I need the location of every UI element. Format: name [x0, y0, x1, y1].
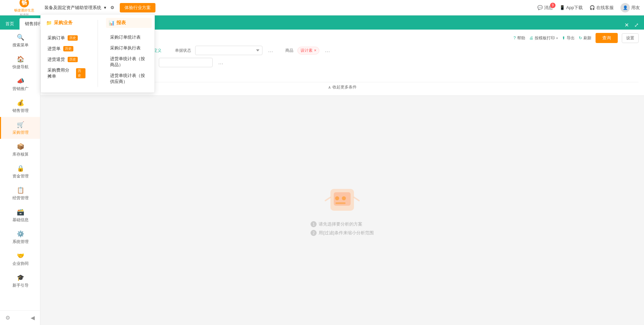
- sidebar-item-guide[interactable]: 🎓 新手引导: [0, 270, 40, 292]
- dropdown-item-inbound-return[interactable]: 进货退货 历史: [46, 54, 87, 65]
- help-icon: ?: [513, 36, 516, 40]
- window-maximize-icon[interactable]: ⤢: [633, 21, 640, 30]
- print-label: 按模板打印: [535, 35, 555, 41]
- sidebar-item-quicknav[interactable]: 🏠 快捷导航: [0, 51, 40, 73]
- title-dropdown-icon[interactable]: ▾: [104, 5, 106, 10]
- svg-point-3: [342, 196, 346, 200]
- report-1-label: 采购订单统计表: [110, 34, 141, 40]
- inbound-return-history: 历史: [68, 57, 78, 62]
- export-btn[interactable]: ⬆ 导出: [562, 35, 575, 41]
- user-label: 用友: [631, 5, 640, 11]
- hint2-text: 用[过滤]条件来缩小分析范围: [319, 230, 373, 236]
- query-button[interactable]: 查询: [596, 33, 618, 43]
- message-icon: 💬: [537, 5, 543, 10]
- sidebar-label-search: 搜索菜单: [12, 42, 29, 48]
- report-col-title: 📊 报表: [106, 18, 152, 28]
- dropdown-item-inbound[interactable]: 进货单 历史: [46, 43, 87, 54]
- collapse-label: 收起更多条件: [332, 84, 357, 90]
- refresh-btn[interactable]: ↻ 刷新: [579, 35, 592, 41]
- system-icon: ⚙️: [17, 230, 24, 238]
- salesperson-dots[interactable]: …: [218, 59, 223, 66]
- sidebar-item-operations[interactable]: 📋 经营管理: [0, 182, 40, 204]
- sidebar-settings-btn[interactable]: ⚙: [5, 315, 10, 321]
- purchase-icon: 🛒: [17, 121, 24, 128]
- inventory-icon: 📦: [17, 143, 24, 150]
- phone-icon: 📱: [560, 5, 565, 10]
- system-title-area: 装备及固定资产辅助管理系统 ▾ ⚙ 体验行业方案: [44, 3, 537, 12]
- finance-icon: 🔒: [17, 165, 24, 172]
- tab-bar-right: ✕ ⤢: [623, 21, 644, 30]
- logo-area: 畅 畅捷通好生意 标准版: [4, 0, 44, 17]
- print-dropdown-icon: ▾: [556, 36, 558, 40]
- sidebar-collapse-btn[interactable]: ◀: [31, 315, 35, 321]
- goods-filter-tag: 设计素 ×: [297, 47, 319, 54]
- purchase-order-label: 采购订单: [47, 35, 65, 41]
- settings-button[interactable]: 设置: [622, 33, 639, 43]
- window-close-icon[interactable]: ✕: [623, 21, 630, 30]
- goods-tag-remove[interactable]: ×: [314, 48, 316, 53]
- svg-point-2: [335, 196, 339, 200]
- home-icon: 🏠: [17, 55, 24, 63]
- svg-line-6: [354, 197, 359, 201]
- dropdown-cols: 📁 采购业务 采购订单 历史 进货单 历史 进货退货 历史 采购费用分摊单: [46, 20, 149, 87]
- sidebar-label-basic: 基础信息: [12, 217, 29, 223]
- sidebar-label-quicknav: 快捷导航: [12, 64, 29, 70]
- empty-hint-2: 2 用[过滤]条件来缩小分析范围: [311, 230, 373, 236]
- report-col-title-text: 报表: [116, 20, 126, 26]
- purchase-folder-icon: 📁: [46, 20, 52, 26]
- purchase-col: 📁 采购业务 采购订单 历史 进货单 历史 进货退货 历史 采购费用分摊单: [46, 20, 87, 87]
- sidebar-bottom: ⚙ ◀: [0, 310, 40, 325]
- enterprise-icon: 🤝: [17, 252, 24, 259]
- sidebar-item-basic[interactable]: 🗃️ 基础信息: [0, 204, 40, 226]
- dropdown-item-purchase-expense[interactable]: 采购费用分摊单 历史: [46, 65, 87, 82]
- sidebar-item-purchase[interactable]: 🛒 采购管理: [0, 117, 40, 139]
- sidebar-label-guide: 新手引导: [12, 283, 29, 288]
- dropdown-item-report-1[interactable]: 采购订单统计表: [109, 32, 149, 43]
- industry-btn[interactable]: 体验行业方案: [120, 3, 155, 12]
- message-btn[interactable]: 💬 消息 9: [537, 5, 553, 11]
- print-icon: 🖨: [529, 36, 533, 40]
- sidebar-item-system[interactable]: ⚙️ 系统管理: [0, 226, 40, 248]
- sidebar-label-purchase: 采购管理: [12, 130, 29, 135]
- report-col: 📊 报表 采购订单统计表 采购订单执行表 进货单统计表（按商品） 进货单统计表（…: [109, 20, 149, 87]
- empty-illustration: [322, 182, 362, 216]
- salesperson-input[interactable]: [159, 58, 213, 67]
- sidebar-item-sales[interactable]: 💰 销售管理: [0, 95, 40, 117]
- sidebar-item-finance[interactable]: 🔒 资金管理: [0, 161, 40, 182]
- tab-home-label: 首页: [5, 21, 14, 27]
- report-2-label: 采购订单执行表: [110, 45, 141, 51]
- message-badge: 9: [550, 3, 556, 8]
- app-label: App下载: [566, 5, 583, 11]
- sidebar-label-inventory: 库存核算: [12, 152, 29, 157]
- sidebar-item-marketing[interactable]: 📣 营销推广: [0, 73, 40, 95]
- top-bar: 畅 畅捷通好生意 标准版 装备及固定资产辅助管理系统 ▾ ⚙ 体验行业方案 💬 …: [0, 0, 644, 15]
- goods-dots[interactable]: …: [325, 47, 330, 53]
- dropdown-item-report-4[interactable]: 进货单统计表（按供应商）: [109, 70, 149, 87]
- logo-icon: 畅: [20, 0, 29, 7]
- voucher-status-select[interactable]: [195, 46, 262, 55]
- gear-icon[interactable]: ⚙: [110, 5, 114, 10]
- online-service-btn[interactable]: 🎧 在线客服: [589, 5, 614, 11]
- refresh-label: 刷新: [583, 35, 592, 41]
- app-download-btn[interactable]: 📱 App下载: [560, 5, 583, 11]
- dropdown-item-report-3[interactable]: 进货单统计表（按商品）: [109, 53, 149, 70]
- empty-text: 1 请先选择要分析的方案 2 用[过滤]条件来缩小分析范围: [311, 221, 373, 239]
- empty-robot-svg: [322, 182, 362, 216]
- print-btn[interactable]: 🖨 按模板打印 ▾: [529, 35, 558, 41]
- dropdown-item-report-2[interactable]: 采购订单执行表: [109, 43, 149, 53]
- sidebar-item-search[interactable]: 🔍 搜索菜单: [0, 30, 40, 51]
- help-btn[interactable]: ? 帮助: [513, 35, 525, 41]
- user-btn[interactable]: 👤 用友: [620, 3, 640, 12]
- search-icon: 🔍: [17, 34, 24, 41]
- sidebar-item-enterprise[interactable]: 🤝 企业协同: [0, 248, 40, 270]
- purchase-expense-history: 历史: [76, 68, 85, 78]
- tab-home[interactable]: 首页: [0, 18, 20, 30]
- dropdown-item-purchase-order[interactable]: 采购订单 历史: [46, 33, 87, 43]
- divider: [98, 20, 98, 87]
- goods-label: 商品: [285, 48, 293, 53]
- voucher-status-dots[interactable]: …: [268, 47, 273, 53]
- inbound-label: 进货单: [47, 46, 61, 52]
- empty-hint-1: 1 请先选择要分析的方案: [311, 221, 373, 227]
- sidebar-item-inventory[interactable]: 📦 库存核算: [0, 139, 40, 161]
- sidebar-label-system: 系统管理: [12, 239, 29, 245]
